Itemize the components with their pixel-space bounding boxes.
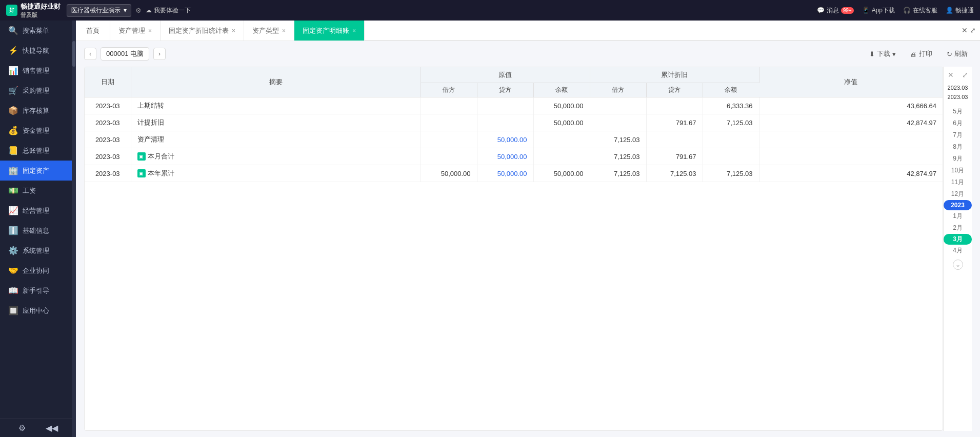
main-table-scroll[interactable]: 日期 摘要 原值 累计折旧 净值 借方 贷方 余额 [85, 67, 943, 430]
cell-dep-balance: 7,125.03 [703, 114, 759, 131]
settings-bottom-icon[interactable]: ⚙ [18, 423, 26, 433]
timeline-top-date-2[interactable]: 2023.03 [944, 92, 972, 102]
purchase-icon: 🛒 [8, 86, 17, 95]
th-dep-balance: 余额 [703, 83, 759, 97]
timeline-month-10[interactable]: 10月 [944, 165, 972, 176]
printer-icon: 🖨 [910, 50, 917, 58]
table-row: 2023-03 资产清理 50,000.00 7,125.03 [85, 131, 943, 148]
tab-asset-detail-close[interactable]: × [352, 27, 356, 34]
timeline-month-6[interactable]: 6月 [944, 117, 972, 129]
cell-dep-balance [703, 131, 759, 148]
experience-button[interactable]: ☁ 我要体验一下 [146, 6, 191, 15]
content-area: 首页 资产管理 × 固定资产折旧统计表 × 资产类型 × 固定资产明细账 × ✕… [76, 21, 980, 437]
window-expand-icon[interactable]: ⤢ [970, 26, 976, 34]
sidebar-item-apps[interactable]: 🔲 应用中心 [0, 301, 76, 321]
sidebar-item-fixed-assets[interactable]: 🏢 固定资产 [0, 161, 76, 181]
company-selector[interactable]: 医疗器械行业演示 ▾ [67, 4, 131, 17]
app-logo: 好 畅捷通好业财 普及版 [6, 2, 61, 19]
download-button[interactable]: ⬇ 下载 ▾ [865, 47, 900, 61]
timeline-month-5[interactable]: 5月 [944, 106, 972, 117]
refresh-button[interactable]: ↻ 刷新 [943, 47, 972, 61]
panel-expand-icon[interactable]: ⤢ [959, 69, 971, 81]
tab-asset-type-close[interactable]: × [282, 27, 286, 34]
settings-icon[interactable]: ⚙ [135, 7, 142, 14]
sidebar-label-fixed: 固定资产 [23, 166, 49, 175]
timeline-month-1[interactable]: 1月 [944, 210, 972, 222]
collapse-icon[interactable]: ◀◀ [46, 423, 58, 433]
toolbar-left: ‹ 000001 电脑 › [84, 47, 166, 61]
tab-home-label: 首页 [86, 26, 99, 35]
download-icon: 📱 [862, 7, 870, 14]
panel-close-icon[interactable]: ✕ [945, 69, 957, 81]
tab-depreciation-close[interactable]: × [232, 27, 235, 34]
sidebar-item-sales[interactable]: 📊 销售管理 [0, 61, 76, 81]
timeline-month-11[interactable]: 11月 [944, 176, 972, 188]
app-download-button[interactable]: 📱 App下载 [862, 6, 895, 15]
message-button[interactable]: 💬 消息 99+ [817, 6, 854, 15]
user-avatar[interactable]: 👤 畅捷通 [946, 6, 974, 15]
cell-orig-debit: 50,000.00 [421, 165, 477, 182]
cell-net-value [759, 131, 943, 148]
tab-asset-type[interactable]: 资产类型 × [244, 21, 294, 41]
timeline-top-date-1[interactable]: 2023.03 [944, 83, 972, 92]
th-dep-debit: 借方 [590, 83, 646, 97]
print-button[interactable]: 🖨 打印 [906, 47, 936, 61]
sidebar-item-ops[interactable]: 📈 经营管理 [0, 201, 76, 221]
th-accumulated-depreciation: 累计折旧 [590, 67, 759, 83]
cell-summary: 计提折旧 [131, 114, 421, 131]
sidebar-item-ledger[interactable]: 📒 总账管理 [0, 141, 76, 161]
tab-asset-type-label: 资产类型 [252, 26, 279, 35]
sidebar-item-search[interactable]: 🔍 搜索菜单 [0, 21, 76, 41]
timeline-month-12[interactable]: 12月 [944, 188, 972, 200]
next-asset-button[interactable]: › [153, 48, 166, 60]
timeline-month-9[interactable]: 9月 [944, 153, 972, 165]
main-table-wrapper: 日期 摘要 原值 累计折旧 净值 借方 贷方 余额 [84, 67, 943, 431]
online-service-button[interactable]: 🎧 在线客服 [903, 6, 937, 15]
scroll-down-icon[interactable]: ⌄ [953, 260, 963, 270]
sidebar-item-coop[interactable]: 🤝 企业协同 [0, 261, 76, 281]
cell-net-value: 42,874.97 [759, 114, 943, 131]
sidebar-item-guide[interactable]: 📖 新手引导 [0, 281, 76, 301]
tab-asset-mgmt-close[interactable]: × [148, 27, 152, 34]
timeline-month-8[interactable]: 8月 [944, 141, 972, 153]
sidebar-item-capital[interactable]: 💰 资金管理 [0, 121, 76, 141]
table-row: 2023-03 上期结转 50,000.00 6,333.36 43,666.6… [85, 97, 943, 114]
th-orig-debit: 借方 [421, 83, 477, 97]
cell-orig-debit [421, 114, 477, 131]
timeline-month-4[interactable]: 4月 [944, 245, 972, 256]
tab-depreciation-table[interactable]: 固定资产折旧统计表 × [161, 21, 244, 41]
sidebar-item-nav[interactable]: ⚡ 快捷导航 [0, 41, 76, 61]
timeline-month-7[interactable]: 7月 [944, 129, 972, 141]
sidebar-item-basic[interactable]: ℹ️ 基础信息 [0, 221, 76, 241]
prev-asset-button[interactable]: ‹ [84, 48, 96, 60]
ops-icon: 📈 [8, 206, 17, 215]
app-name: 畅捷通好业财 [21, 2, 61, 11]
tab-asset-mgmt[interactable]: 资产管理 × [110, 21, 161, 41]
cloud-icon: ☁ [146, 7, 152, 14]
th-net-value: 净值 [759, 67, 943, 97]
window-close-icon[interactable]: ✕ [962, 26, 968, 34]
cell-summary: 资产清理 [131, 131, 421, 148]
cell-net-value: 43,666.64 [759, 97, 943, 114]
summary-icon: ▣ [137, 152, 146, 161]
cell-orig-credit: 50,000.00 [477, 165, 533, 182]
timeline-month-3[interactable]: 3月 [944, 234, 972, 245]
cell-date: 2023-03 [85, 114, 131, 131]
timeline-year-2023[interactable]: 2023 [944, 200, 972, 210]
tab-asset-mgmt-label: 资产管理 [118, 26, 145, 35]
tab-asset-detail[interactable]: 固定资产明细账 × [294, 21, 365, 41]
sidebar-item-inventory[interactable]: 📦 库存核算 [0, 101, 76, 121]
cell-dep-credit: 791.67 [646, 148, 703, 165]
panel-top-controls: ✕ ⤢ [945, 69, 971, 81]
window-controls: ✕ ⤢ [957, 21, 980, 41]
tab-bar: 首页 资产管理 × 固定资产折旧统计表 × 资产类型 × 固定资产明细账 × ✕… [76, 21, 980, 41]
topbar-actions: 💬 消息 99+ 📱 App下载 🎧 在线客服 👤 畅捷通 [817, 6, 974, 15]
sidebar-label-system: 系统管理 [23, 246, 49, 255]
timeline-scroll-down[interactable]: ⌄ [953, 260, 963, 270]
sidebar-item-system[interactable]: ⚙️ 系统管理 [0, 241, 76, 261]
timeline-month-2[interactable]: 2月 [944, 222, 972, 234]
sidebar-item-purchase[interactable]: 🛒 采购管理 [0, 81, 76, 101]
tab-home[interactable]: 首页 [76, 21, 110, 41]
sidebar-label-guide: 新手引导 [23, 286, 49, 295]
sidebar-item-salary[interactable]: 💵 工资 [0, 181, 76, 201]
